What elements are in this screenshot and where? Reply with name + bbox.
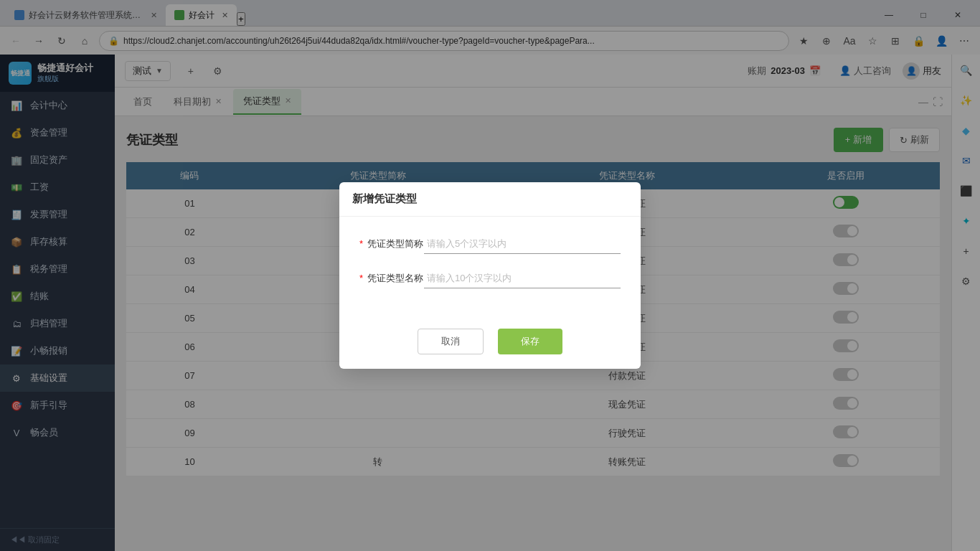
name-required-mark: * (359, 273, 363, 283)
cancel-button[interactable]: 取消 (418, 329, 484, 354)
modal-body: * 凭证类型简称 * 凭证类型名称 (339, 217, 641, 320)
abbr-input[interactable] (424, 234, 621, 254)
abbr-label: * 凭证类型简称 (359, 237, 424, 250)
name-label-text: 凭证类型名称 (367, 273, 423, 283)
name-label: * 凭证类型名称 (359, 272, 424, 285)
save-button[interactable]: 保存 (498, 329, 562, 354)
name-form-row: * 凭证类型名称 (359, 268, 621, 288)
abbr-form-row: * 凭证类型简称 (359, 234, 621, 254)
name-input[interactable] (424, 268, 621, 288)
abbr-required-mark: * (359, 238, 363, 249)
modal-footer: 取消 保存 (339, 320, 641, 369)
abbr-label-text: 凭证类型简称 (367, 238, 423, 249)
add-voucher-type-modal: 新增凭证类型 * 凭证类型简称 * 凭证类型名称 取消 保存 (339, 182, 641, 369)
modal-title: 新增凭证类型 (339, 182, 641, 217)
modal-overlay: 新增凭证类型 * 凭证类型简称 * 凭证类型名称 取消 保存 (0, 0, 980, 551)
